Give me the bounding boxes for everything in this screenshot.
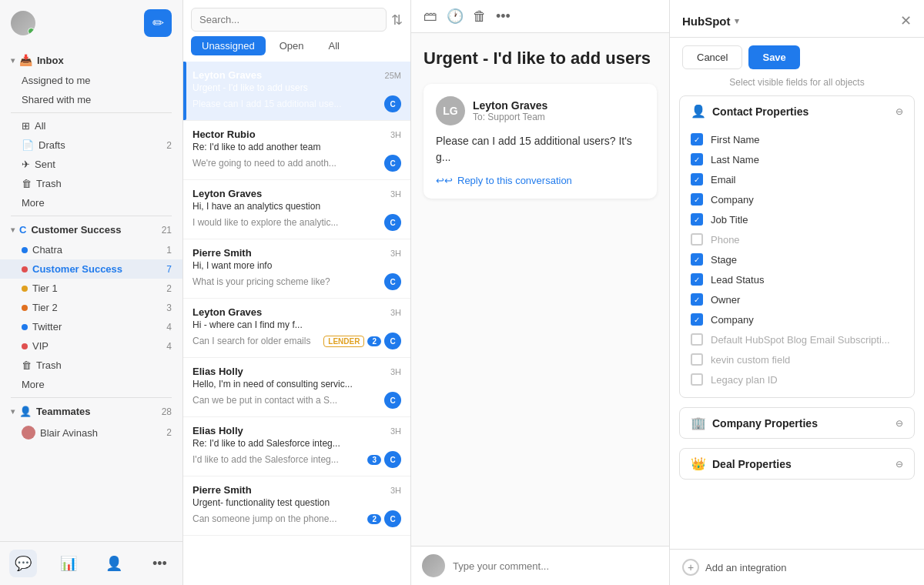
prop-checkbox[interactable] <box>691 373 703 386</box>
sidebar-item-vip[interactable]: VIP 4 <box>0 336 182 356</box>
prop-item: First Name <box>691 129 903 149</box>
prop-item: Default HubSpot Blog Email Subscripti... <box>691 329 903 349</box>
prop-label: Default HubSpot Blog Email Subscripti... <box>711 334 890 346</box>
add-integration[interactable]: + Add an integration <box>670 549 924 585</box>
rp-close-button[interactable]: ✕ <box>900 12 912 29</box>
list-item[interactable]: Pierre Smith 3H Hi, I want more info Wha… <box>183 239 410 299</box>
list-item[interactable]: Hector Rubio 3H Re: I'd like to add anot… <box>183 121 410 180</box>
more-bottom-icon[interactable]: ••• <box>146 550 173 577</box>
conv-name: Hector Rubio <box>192 129 256 140</box>
prop-item: kevin custom field <box>691 349 903 369</box>
tab-all[interactable]: All <box>317 36 350 55</box>
company-properties-header[interactable]: 🏢 Company Properties ⊖ <box>680 408 914 438</box>
tab-open[interactable]: Open <box>269 36 315 55</box>
archive-icon[interactable]: 🗃 <box>424 8 437 25</box>
sidebar-item-trash[interactable]: 🗑 Trash <box>0 174 182 193</box>
sidebar-item-assigned-to-me[interactable]: Assigned to me <box>0 71 182 90</box>
reply-button[interactable]: ↩↩ Reply to this conversation <box>436 175 572 186</box>
cancel-button[interactable]: Cancel <box>682 45 742 69</box>
count-badge: 2 <box>367 514 381 524</box>
prop-checkbox[interactable] <box>691 273 703 286</box>
msg-meta: Leyton Graves To: Support Team <box>473 99 644 122</box>
cs-dot <box>22 266 28 272</box>
contacts-icon[interactable]: 👤 <box>100 550 128 577</box>
prop-checkbox[interactable] <box>691 353 703 366</box>
filter-icon[interactable]: ⇅ <box>391 12 403 28</box>
comment-input[interactable] <box>453 560 658 572</box>
teammates-group[interactable]: ▾ 👤 Teammates 28 <box>0 401 182 422</box>
list-item[interactable]: Pierre Smith 3H Urgent- functionality te… <box>183 476 410 536</box>
chatra-dot <box>22 247 28 253</box>
clock-icon[interactable]: 🕐 <box>447 8 464 25</box>
conv-badge-row: C <box>384 95 401 112</box>
rp-header: HubSpot ▾ ✕ <box>670 0 924 38</box>
msg-sender-name: Leyton Graves <box>473 99 644 112</box>
prop-checkbox[interactable] <box>691 153 703 165</box>
inbox-label: Inbox <box>37 55 64 66</box>
sidebar-item-more[interactable]: More <box>0 193 182 212</box>
prop-checkbox[interactable] <box>691 173 703 186</box>
prop-checkbox[interactable] <box>691 313 703 326</box>
prop-label: Owner <box>711 294 740 306</box>
hubspot-title: HubSpot <box>682 15 730 28</box>
msg-to: To: Support Team <box>473 112 644 122</box>
conversation-list: ⇅ Unassigned Open All Leyton Graves 25M … <box>183 0 411 585</box>
prop-item: Company <box>691 309 903 329</box>
list-item[interactable]: Leyton Graves 3H Hi, I have an analytics… <box>183 180 410 239</box>
prop-checkbox[interactable] <box>691 233 703 246</box>
compose-button[interactable]: ✏ <box>144 9 172 37</box>
conv-badge-row: 3 C <box>367 451 401 468</box>
conv-subject: Urgent- functionality test question <box>192 497 401 508</box>
customer-success-group[interactable]: ▾ C Customer Success 21 <box>0 219 182 240</box>
deal-properties-header[interactable]: 👑 Deal Properties ⊖ <box>680 449 914 479</box>
list-item[interactable]: Leyton Graves 25M Urgent - I'd like to a… <box>183 62 410 121</box>
conv-preview: Can we be put in contact with a S... <box>192 395 337 406</box>
prop-checkbox[interactable] <box>691 253 703 266</box>
sidebar-item-drafts[interactable]: 📄 Drafts 2 <box>0 135 182 155</box>
prop-checkbox[interactable] <box>691 333 703 346</box>
tab-unassigned[interactable]: Unassigned <box>191 36 266 55</box>
sidebar-item-trash2[interactable]: 🗑 Trash <box>0 356 182 375</box>
inbox-group[interactable]: ▾ 📥 Inbox <box>0 49 182 71</box>
sidebar-item-sent[interactable]: ✈ Sent <box>0 155 182 174</box>
list-item[interactable]: Elias Holly 3H Re: I'd like to add Sales… <box>183 417 410 476</box>
list-item[interactable]: Leyton Graves 3H Hi - where can I find m… <box>183 299 410 358</box>
conv-time: 3H <box>390 189 401 199</box>
list-item[interactable]: Elias Holly 3H Hello, I'm in need of con… <box>183 358 410 417</box>
sidebar-item-customer-success[interactable]: Customer Success 7 <box>0 259 182 279</box>
chart-icon[interactable]: 📊 <box>55 550 82 577</box>
vip-dot <box>22 343 28 349</box>
save-button[interactable]: Save <box>748 45 799 69</box>
drafts-icon: 📄 <box>22 139 34 151</box>
contact-properties-header[interactable]: 👤 Contact Properties ⊖ <box>680 96 914 126</box>
twitter-count: 4 <box>166 322 172 333</box>
conv-avatar: C <box>384 95 401 112</box>
vip-label: VIP <box>32 340 49 352</box>
shared-with-me-label: Shared with me <box>22 94 91 105</box>
sidebar-item-shared-with-me[interactable]: Shared with me <box>0 90 182 109</box>
conv-item-top: Leyton Graves 3H <box>192 188 401 199</box>
prop-checkbox[interactable] <box>691 213 703 226</box>
prop-checkbox[interactable] <box>691 133 703 145</box>
sidebar-item-all[interactable]: ⊞ All <box>0 116 182 135</box>
more-toolbar-icon[interactable]: ••• <box>496 8 511 25</box>
conv-avatar: C <box>384 510 401 527</box>
prop-checkbox[interactable] <box>691 293 703 306</box>
sidebar-item-chatra[interactable]: Chatra 1 <box>0 240 182 259</box>
rp-title: HubSpot ▾ <box>682 15 739 28</box>
customer-success-section: ▾ C Customer Success 21 Chatra 1 Custome… <box>0 219 182 394</box>
contact-properties-section: 👤 Contact Properties ⊖ First Name Last N… <box>679 95 915 398</box>
sidebar-item-tier1[interactable]: Tier 1 2 <box>0 279 182 298</box>
delete-icon[interactable]: 🗑 <box>473 8 487 25</box>
sidebar-item-more2[interactable]: More <box>0 375 182 394</box>
sidebar-item-twitter[interactable]: Twitter 4 <box>0 317 182 336</box>
prop-item: Owner <box>691 289 903 309</box>
conv-preview: I'd like to add the Salesforce integ... <box>192 454 339 465</box>
msg-header: LG Leyton Graves To: Support Team <box>436 96 644 125</box>
sidebar-item-blair[interactable]: Blair Avinash 2 <box>0 422 182 443</box>
twitter-label: Twitter <box>32 321 62 333</box>
chat-icon[interactable]: 💬 <box>9 550 37 577</box>
sidebar-item-tier2[interactable]: Tier 2 3 <box>0 298 182 317</box>
search-input[interactable] <box>191 8 387 32</box>
prop-checkbox[interactable] <box>691 193 703 206</box>
